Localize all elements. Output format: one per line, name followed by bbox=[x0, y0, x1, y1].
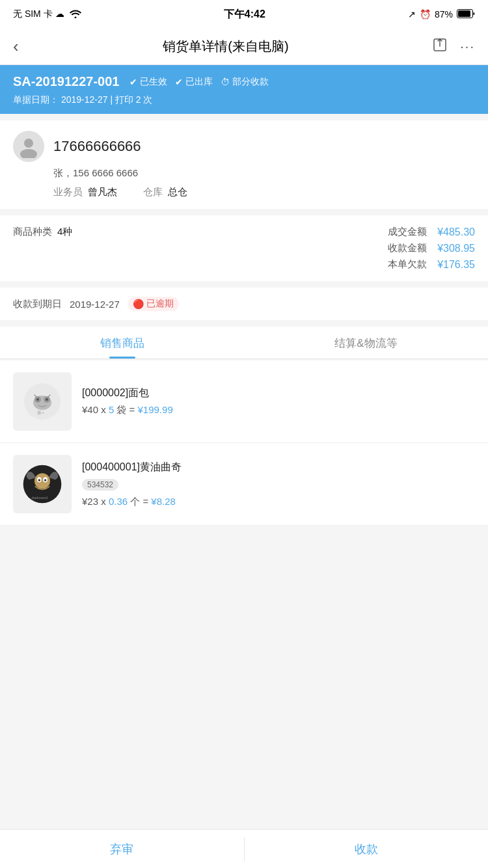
due-label: 收款到期日 bbox=[13, 298, 62, 310]
product-info-2: [000400001]黄油曲奇 534532 ¥23 x 0.36 个 = ¥8… bbox=[82, 461, 475, 508]
nav-actions: ··· bbox=[433, 38, 475, 55]
check-icon-2: ✔ bbox=[175, 77, 183, 87]
badge-partial: ⏱ 部分收款 bbox=[221, 76, 269, 88]
status-bar: 无 SIM 卡 ☁ 下午4:42 ↗ ⏰ 87% bbox=[0, 0, 488, 29]
warehouse-name: 总仓 bbox=[168, 186, 187, 198]
svg-point-4 bbox=[20, 149, 37, 158]
product-name-2: [000400001]黄油曲奇 bbox=[82, 461, 475, 474]
customer-phone: 17666666666 bbox=[53, 138, 141, 155]
status-badges: ✔ 已生效 ✔ 已出库 ⏱ 部分收款 bbox=[129, 76, 269, 88]
due-date: 2019-12-27 bbox=[70, 299, 120, 310]
table-row: darknwrd [000400001]黄油曲奇 534532 ¥23 x 0.… bbox=[0, 443, 488, 526]
more-icon[interactable]: ··· bbox=[460, 39, 475, 54]
clock-icon: ⏱ bbox=[221, 77, 230, 87]
customer-meta: 业务员 曾凡杰 仓库 总仓 bbox=[13, 186, 475, 198]
customer-detail: 张，156 6666 6666 bbox=[13, 167, 475, 180]
product-price-1: ¥40 x 5 袋 = ¥199.99 bbox=[82, 404, 475, 416]
nav-bar: ‹ 销货单详情(来自电脑) ··· bbox=[0, 29, 488, 65]
badge-effective: ✔ 已生效 bbox=[129, 76, 167, 88]
overdue-badge: 🔴 已逾期 bbox=[128, 297, 179, 311]
kind-value: 4种 bbox=[57, 226, 72, 238]
agent-name: 曾凡杰 bbox=[88, 186, 117, 198]
order-date-line: 单据日期： 2019-12-27 | 打印 2 次 bbox=[13, 94, 475, 106]
table-row: 豚+ [0000002]面包 ¥40 x 5 袋 = ¥199.99 bbox=[0, 360, 488, 443]
order-header: SA-20191227-001 ✔ 已生效 ✔ 已出库 ⏱ 部分收款 单据日期：… bbox=[0, 65, 488, 114]
order-id: SA-20191227-001 bbox=[13, 74, 119, 89]
product-image-2: darknwrd bbox=[13, 455, 72, 513]
sim-label: 无 SIM 卡 ☁ bbox=[13, 8, 64, 20]
confirm-button[interactable]: 收款 bbox=[245, 830, 489, 868]
product-info-1: [0000002]面包 ¥40 x 5 袋 = ¥199.99 bbox=[82, 387, 475, 416]
svg-point-16 bbox=[38, 479, 40, 481]
deal-label: 成交金额 bbox=[388, 226, 427, 238]
product-name-1: [0000002]面包 bbox=[82, 387, 475, 400]
product-image-1: 豚+ bbox=[13, 372, 72, 431]
cancel-button[interactable]: 弃审 bbox=[0, 830, 244, 868]
status-right: ↗ ⏰ 87% bbox=[408, 9, 475, 20]
product-price-2: ¥23 x 0.36 个 = ¥8.28 bbox=[82, 496, 475, 508]
battery-percent: 87% bbox=[435, 9, 453, 20]
svg-text:豚+: 豚+ bbox=[37, 411, 44, 415]
product-qty-2: 0.36 bbox=[109, 496, 128, 507]
wifi-icon bbox=[70, 9, 81, 20]
svg-point-13 bbox=[34, 473, 50, 489]
alarm-icon: ⏰ bbox=[420, 9, 431, 20]
product-list: 豚+ [0000002]面包 ¥40 x 5 袋 = ¥199.99 bbox=[0, 360, 488, 526]
svg-point-3 bbox=[24, 139, 33, 148]
svg-point-9 bbox=[36, 398, 39, 401]
product-tag-2: 534532 bbox=[82, 479, 118, 491]
page-title: 销货单详情(来自电脑) bbox=[163, 38, 288, 55]
product-total-1: ¥199.99 bbox=[138, 404, 173, 415]
avatar bbox=[13, 131, 44, 162]
warehouse-label: 仓库 bbox=[143, 186, 163, 198]
status-time: 下午4:42 bbox=[224, 8, 265, 21]
battery-icon bbox=[457, 9, 475, 20]
debt-label: 本单欠款 bbox=[388, 258, 427, 271]
agent-label: 业务员 bbox=[53, 186, 83, 198]
overdue-icon: 🔴 bbox=[133, 299, 144, 309]
product-total-2: ¥8.28 bbox=[151, 496, 176, 507]
debt-value: ¥176.35 bbox=[437, 259, 475, 271]
badge-delivered: ✔ 已出库 bbox=[175, 76, 213, 88]
receipt-value: ¥308.95 bbox=[437, 243, 475, 254]
svg-rect-1 bbox=[458, 10, 470, 17]
customer-section: 17666666666 张，156 6666 6666 业务员 曾凡杰 仓库 总… bbox=[0, 120, 488, 209]
tab-products[interactable]: 销售商品 bbox=[0, 327, 244, 359]
product-qty-1: 5 bbox=[109, 404, 114, 415]
receipt-label: 收款金额 bbox=[388, 242, 427, 254]
svg-point-10 bbox=[46, 398, 48, 401]
tabs: 销售商品 结算&物流等 bbox=[0, 327, 488, 359]
kind-label: 商品种类 bbox=[13, 226, 52, 238]
tab-settlement[interactable]: 结算&物流等 bbox=[244, 327, 488, 359]
check-icon: ✔ bbox=[129, 77, 137, 87]
location-icon: ↗ bbox=[408, 9, 416, 20]
svg-point-17 bbox=[44, 479, 46, 481]
bottom-bar: 弃审 收款 bbox=[0, 829, 488, 868]
share-icon[interactable] bbox=[433, 38, 447, 55]
stats-section: 商品种类 4种 成交金额 ¥485.30 收款金额 ¥308.95 本单欠款 ¥… bbox=[0, 215, 488, 281]
status-left: 无 SIM 卡 ☁ bbox=[13, 8, 81, 20]
svg-text:darknwrd: darknwrd bbox=[31, 496, 47, 500]
deal-value: ¥485.30 bbox=[437, 226, 475, 238]
back-button[interactable]: ‹ bbox=[13, 36, 19, 57]
due-section: 收款到期日 2019-12-27 🔴 已逾期 bbox=[0, 288, 488, 320]
